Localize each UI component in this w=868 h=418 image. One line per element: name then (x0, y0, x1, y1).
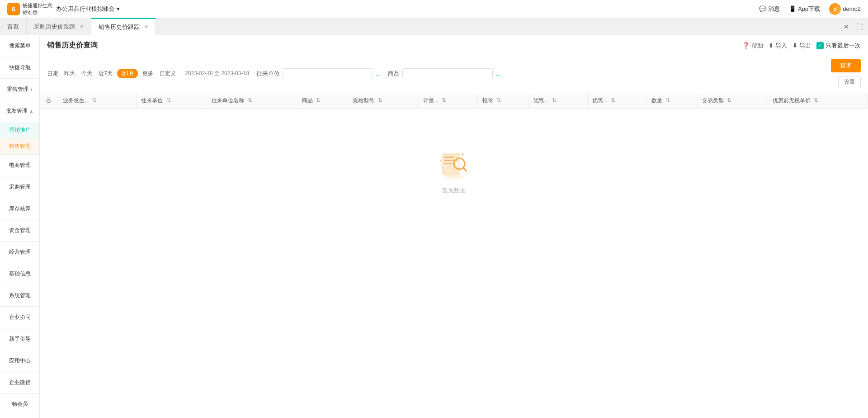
sidebar: 搜索菜单 快捷导航 零售管理 ▾ 批发管理 ▲ 营销推广 销售管理 电商管理 采… (0, 35, 40, 418)
empty-state: ✦ ✦ 暂无数据 (40, 109, 868, 231)
sidebar-item-wholesale-mgmt[interactable]: 批发管理 ▲ (0, 100, 39, 122)
sidebar-enterprise-collab-label: 企业协同 (9, 314, 31, 321)
tab-home[interactable]: 首页 (0, 18, 27, 35)
table-col-spec[interactable]: 规格型号 ⇅ (348, 93, 419, 109)
date-btn-last7days[interactable]: 近7天 (97, 69, 114, 78)
goods-input[interactable] (402, 68, 493, 79)
sidebar-item-system-mgmt[interactable]: 系统管理 (0, 285, 39, 307)
table-col-counterpart-code[interactable]: 往来单位 ⇅ (137, 93, 207, 109)
table-col-settings[interactable]: ⚙ (40, 93, 58, 109)
sidebar-item-search-menu[interactable]: 搜索菜单 (0, 35, 39, 57)
tab-sales-history-label: 销售历史价跟踪 (99, 23, 140, 31)
filter-bar: 日期 昨天 今天 近7天 近1月 更多 自定义 2023-02-18 至 202… (40, 54, 868, 93)
tab-purchase-history-close[interactable]: ✕ (80, 24, 84, 29)
table-col-counterpart-name[interactable]: 往来单位名称 ⇅ (207, 93, 297, 109)
tab-sales-history-close[interactable]: ✕ (144, 24, 148, 30)
message-button[interactable]: 💬 消息 (759, 5, 780, 13)
table-col-goods[interactable]: 商品 ⇅ (297, 93, 348, 109)
sidebar-quick-nav-label: 快捷导航 (9, 64, 31, 71)
table-col-biz-date[interactable]: 业务发生... ⇅ (58, 93, 137, 109)
dropdown-arrow-icon: ▾ (117, 5, 120, 12)
date-btn-last1month[interactable]: 近1月 (117, 69, 138, 78)
sidebar-item-new-guide[interactable]: 新手引导 (0, 328, 39, 350)
date-btn-more[interactable]: 更多 (141, 69, 155, 78)
help-icon: ❓ (742, 42, 750, 49)
counterpart-input[interactable] (283, 68, 373, 79)
app-download-label: App下载 (798, 5, 820, 13)
logo-line1: 畅捷通好生意 (23, 2, 52, 9)
svg-point-0 (444, 176, 464, 179)
table-col-discount1[interactable]: 优惠... ⇅ (528, 93, 588, 109)
only-last-checkbox[interactable]: ✓ 只看最后一次 (816, 42, 861, 50)
fullscreen-icon[interactable]: ⛶ (854, 21, 864, 32)
breadcrumb-dropdown[interactable]: 办公用品行业模拟账套 ▾ (56, 5, 120, 13)
svg-point-6 (456, 160, 463, 167)
sidebar-item-sales-mgmt[interactable]: 销售管理 (0, 138, 39, 155)
trade-type-sort-icon: ⇅ (727, 97, 731, 104)
table-col-quantity[interactable]: 数量 ⇅ (646, 93, 698, 109)
filter-settings-button[interactable]: 设置 (838, 76, 861, 88)
help-button[interactable]: ❓ 帮助 (742, 42, 763, 50)
sidebar-item-app-center[interactable]: 应用中心 (0, 350, 39, 372)
svg-rect-4 (444, 163, 452, 164)
user-menu[interactable]: d demo2 (829, 3, 861, 15)
sidebar-ecommerce-label: 电商管理 (9, 162, 31, 169)
table-col-unit[interactable]: 计量... ⇅ (419, 93, 478, 109)
sidebar-item-member[interactable]: 畅会员 (0, 394, 39, 415)
top-header: 6 畅捷通好生意 标准版 办公用品行业模拟账套 ▾ 💬 消息 📱 App下载 d… (0, 0, 868, 18)
phone-icon: 📱 (789, 5, 796, 12)
tab-purchase-history[interactable]: 采购历史价跟踪 ✕ (27, 18, 91, 35)
quantity-sort-icon: ⇅ (665, 97, 670, 104)
data-table: ⚙ 业务发生... ⇅ 往来单位 ⇅ 往来单位名称 (40, 93, 868, 109)
sidebar-item-retail-mgmt[interactable]: 零售管理 ▾ (0, 79, 39, 100)
spec-sort-icon: ⇅ (378, 97, 382, 104)
export-button[interactable]: ⬇ 导出 (793, 42, 811, 50)
table-col-trade-type[interactable]: 交易类型 ⇅ (698, 93, 768, 109)
svg-line-7 (463, 168, 467, 171)
date-btn-custom[interactable]: 自定义 (158, 69, 178, 78)
sidebar-capital-mgmt-label: 资金管理 (9, 227, 31, 234)
table-col-pre-tax-price[interactable]: 优惠前无税单价 ⇅ (768, 93, 868, 109)
counterpart-code-sort-icon: ⇅ (166, 97, 171, 104)
message-icon: 💬 (759, 5, 766, 12)
tab-sales-history[interactable]: 销售历史价跟踪 ✕ (91, 18, 156, 35)
sidebar-basic-info-label: 基础信息 (9, 270, 31, 278)
sidebar-item-capital-mgmt[interactable]: 资金管理 (0, 220, 39, 242)
svg-rect-2 (444, 157, 454, 158)
import-button[interactable]: ⬆ 导入 (769, 42, 787, 50)
logo-char: 6 (12, 5, 15, 13)
sidebar-item-ecommerce[interactable]: 电商管理 (0, 155, 39, 176)
table-col-discount2[interactable]: 优惠... ⇅ (587, 93, 646, 109)
app-download-button[interactable]: 📱 App下载 (789, 5, 820, 13)
discount2-sort-icon: ⇅ (611, 97, 615, 104)
logo-text: 畅捷通好生意 标准版 (23, 2, 52, 15)
sidebar-item-marketing[interactable]: 营销推广 (0, 122, 39, 138)
date-btn-yesterday[interactable]: 昨天 (62, 69, 77, 78)
main-layout: 搜索菜单 快捷导航 零售管理 ▾ 批发管理 ▲ 营销推广 销售管理 电商管理 采… (0, 35, 868, 418)
goods-dots[interactable]: ... (495, 70, 501, 77)
export-label: 导出 (799, 42, 811, 50)
sidebar-item-operations-mgmt[interactable]: 经营管理 (0, 242, 39, 263)
date-btn-today[interactable]: 今天 (80, 69, 94, 78)
sidebar-marketing-label: 营销推广 (9, 126, 31, 134)
date-range-display: 2023-02-18 至 2023-03-18 (185, 70, 249, 77)
goods-sort-icon: ⇅ (316, 97, 321, 104)
counterpart-dots[interactable]: ... (376, 70, 381, 77)
table-col-quoted-price[interactable]: 报价 ⇅ (477, 93, 528, 109)
help-label: 帮助 (751, 42, 763, 50)
sidebar-item-enterprise-collab[interactable]: 企业协同 (0, 307, 39, 328)
logo-area: 6 畅捷通好生意 标准版 (7, 2, 52, 15)
sidebar-item-purchase-mgmt[interactable]: 采购管理 (0, 176, 39, 198)
tab-bar: 首页 采购历史价跟踪 ✕ 销售历史价跟踪 ✕ ✕ ⛶ (0, 18, 868, 35)
sidebar-item-inventory[interactable]: 库存核算 (0, 198, 39, 220)
sidebar-new-guide-label: 新手引导 (9, 335, 31, 343)
logo-line2: 标准版 (23, 9, 52, 15)
date-filter-group: 日期 昨天 今天 近7天 近1月 更多 自定义 (47, 69, 178, 78)
sidebar-item-enterprise-wechat[interactable]: 企业微信 (0, 372, 39, 394)
sidebar-item-quick-nav[interactable]: 快捷导航 (0, 57, 39, 79)
date-filter-label: 日期 (47, 70, 59, 78)
sidebar-item-basic-info[interactable]: 基础信息 (0, 263, 39, 285)
goods-filter-label: 商品 (388, 70, 400, 78)
query-button[interactable]: 查询 (831, 59, 861, 72)
close-window-icon[interactable]: ✕ (842, 21, 851, 32)
